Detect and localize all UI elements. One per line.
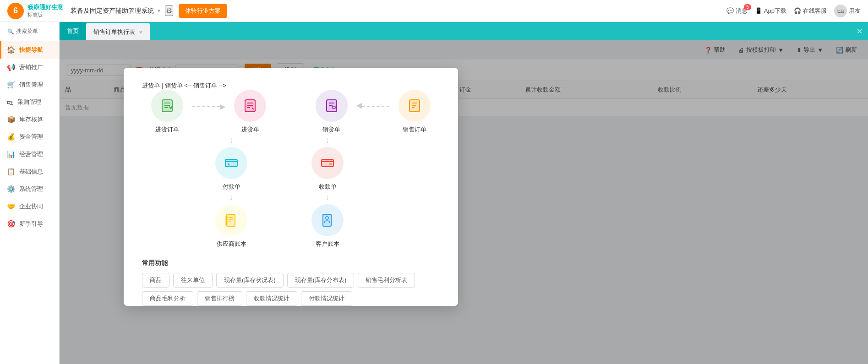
svg-rect-27	[329, 163, 332, 165]
avatar: Ea	[834, 5, 847, 17]
purchase-order-label: 进货订单	[155, 125, 179, 134]
arrow-sales-order-to-bill: ▶	[356, 102, 389, 122]
sidebar-item-label: 系统管理	[19, 185, 43, 193]
system-dropdown-arrow[interactable]: ▼	[157, 8, 161, 13]
sidebar-item-basic-info[interactable]: 📋 基础信息	[0, 163, 59, 180]
purchase-bill-circle	[234, 90, 266, 122]
receipt-down-col: ↓	[298, 191, 357, 204]
sidebar-search-area: 🔍 搜索菜单	[0, 22, 59, 41]
app-logo-icon: 6	[7, 3, 24, 19]
func-btn-商品[interactable]: 商品	[142, 273, 169, 288]
system-title-text: 装备及固定资产辅助管理系统	[71, 7, 154, 15]
func-btn-销售排行榜[interactable]: 销售排行榜	[197, 291, 242, 306]
sidebar-item-purchase[interactable]: 🛍 采购管理	[0, 93, 59, 111]
sidebar-item-system[interactable]: ⚙️ 系统管理	[0, 180, 59, 198]
customer-ledger-label: 客户账本	[316, 240, 339, 248]
payment-circle	[215, 147, 247, 179]
func-btn-现存量(库存状况表)[interactable]: 现存量(库存状况表)	[216, 273, 284, 288]
svg-rect-28	[227, 214, 235, 226]
sidebar-item-label: 快捷导航	[19, 46, 43, 54]
arrow-purchase-order-to-bill: ▶	[192, 102, 225, 122]
purchase-icon: 🛍	[7, 98, 14, 106]
message-button[interactable]: 💬 消息 5	[726, 7, 748, 15]
receipt-label: 收款单	[319, 183, 337, 191]
func-btn-付款情况统计[interactable]: 付款情况统计	[301, 291, 352, 306]
avatar-initials: Ea	[837, 8, 844, 14]
flow-row-1: 进货订单 ▶	[142, 90, 440, 134]
sidebar-item-newbie[interactable]: 🎯 新手引导	[0, 215, 59, 233]
flow-row-3: 供应商账本 客户账本	[202, 204, 440, 248]
svg-rect-20	[225, 159, 237, 167]
tab-close-icon[interactable]: ✕	[139, 30, 142, 35]
logo-area: 6 畅康通好生意 标准版	[7, 3, 67, 19]
func-btn-现存量(库存分布表)[interactable]: 现存量(库存分布表)	[287, 273, 355, 288]
system-title-area: 装备及固定资产辅助管理系统 ▼	[71, 7, 161, 15]
sidebar-item-enterprise[interactable]: 🤝 企业协同	[0, 198, 59, 215]
sidebar-nav: 🏠 快捷导航 📢 营销推广 🛒 销售管理 🛍 采购管理 📦 库存核	[0, 41, 59, 364]
online-service-button[interactable]: 🎧 在线客服	[794, 7, 827, 15]
page-content: ❓ 帮助 🖨 按模板打印 ▼ ⬆ 导出 ▼	[60, 40, 868, 364]
user-menu-button[interactable]: Ea 用友	[834, 5, 861, 17]
sidebar-item-marketing[interactable]: 📢 营销推广	[0, 59, 59, 76]
down-arrow-sales: ↓	[326, 136, 330, 145]
down-arrow-purchase: ↓	[229, 136, 234, 145]
tab-home[interactable]: 首页	[60, 22, 86, 40]
finance-icon: 💰	[7, 133, 16, 141]
flow-item-purchase-order[interactable]: 进货订单	[142, 90, 192, 134]
settings-button[interactable]: ⚙	[165, 5, 173, 16]
sidebar-item-label: 销售管理	[19, 81, 43, 89]
sidebar-item-quick-nav[interactable]: 🏠 快捷导航	[0, 41, 59, 59]
try-industry-button[interactable]: 体验行业方案	[179, 4, 227, 18]
flow-item-supplier-ledger[interactable]: 供应商账本	[202, 204, 261, 248]
down-arrow-receipt: ↓	[326, 193, 330, 202]
sidebar-item-operations[interactable]: 📊 经营管理	[0, 146, 59, 163]
enterprise-icon: 🤝	[7, 202, 16, 211]
user-label: 用友	[849, 7, 861, 15]
newbie-icon: 🎯	[7, 220, 16, 228]
brand-name: 畅康通好生意	[27, 4, 63, 11]
inventory-icon: 📦	[7, 115, 16, 124]
tab-sales-order-exec[interactable]: 销售订单执行表 ✕	[86, 23, 150, 41]
tab-home-label: 首页	[67, 27, 79, 35]
top-bar: 6 畅康通好生意 标准版 装备及固定资产辅助管理系统 ▼ ⚙ 体验行业方案 💬 …	[0, 0, 868, 22]
flow-row-arrows: ↓ ↓	[202, 134, 440, 147]
sidebar-item-label: 采购管理	[17, 98, 41, 106]
search-icon: 🔍	[7, 28, 14, 35]
sidebar: 🔍 搜索菜单 🏠 快捷导航 📢 营销推广 🛒 销售管理 🛍	[0, 22, 60, 364]
flow-item-receipt[interactable]: 收款单	[298, 147, 357, 191]
down-arrow-payment: ↓	[229, 193, 234, 202]
sidebar-item-label: 经营管理	[19, 150, 43, 158]
func-btn-往来单位[interactable]: 往来单位	[173, 273, 213, 288]
flow-item-payment[interactable]: 付款单	[202, 147, 261, 191]
supplier-ledger-circle	[215, 204, 247, 236]
sales-bill-down-col: ↓	[298, 134, 357, 147]
download-icon: 📱	[755, 7, 762, 14]
flow-item-customer-ledger[interactable]: 客户账本	[298, 204, 357, 248]
sidebar-item-label: 资金管理	[19, 133, 43, 141]
modal-overlay[interactable]: 进货单 | 销货单 <-- 销售订单 --> 进货订单	[60, 40, 868, 364]
common-functions-title: 常用功能	[142, 259, 440, 267]
common-functions-section: 常用功能 商品往来单位现存量(库存状况表)现存量(库存分布表)销售毛利分析表商品…	[142, 259, 440, 306]
flow-row-arrows2: ↓ ↓	[202, 191, 440, 204]
arrow-right-icon: ▶	[220, 102, 225, 111]
message-badge: 5	[744, 4, 751, 10]
sidebar-item-sales[interactable]: 🛒 销售管理	[0, 76, 59, 93]
basic-info-icon: 📋	[7, 168, 16, 176]
flow-item-sales-order[interactable]: 销售订单	[389, 90, 440, 134]
sidebar-item-label: 新手引导	[19, 220, 43, 228]
sidebar-item-inventory[interactable]: 📦 库存核算	[0, 111, 59, 128]
func-btn-收款情况统计[interactable]: 收款情况统计	[246, 291, 297, 306]
app-download-button[interactable]: 📱 App下载	[755, 7, 786, 15]
sidebar-item-label: 基础信息	[19, 168, 43, 176]
flow-diagram: 进货单 | 销货单 <-- 销售订单 --> 进货订单	[142, 81, 440, 248]
purchase-bill-down-col: ↓	[202, 134, 261, 147]
flow-item-purchase-bill[interactable]: 进货单	[225, 90, 276, 134]
func-btn-销售毛利分析表[interactable]: 销售毛利分析表	[358, 273, 415, 288]
sidebar-item-finance[interactable]: 💰 资金管理	[0, 128, 59, 146]
func-btn-商品毛利分析[interactable]: 商品毛利分析	[142, 291, 193, 306]
system-icon: ⚙️	[7, 185, 16, 193]
flow-item-sales-bill[interactable]: 销货单	[306, 90, 357, 134]
sidebar-item-label: 营销推广	[19, 63, 43, 71]
search-menu-button[interactable]: 🔍 搜索菜单	[4, 26, 55, 37]
tab-bar-close-button[interactable]: ✕	[857, 27, 863, 36]
